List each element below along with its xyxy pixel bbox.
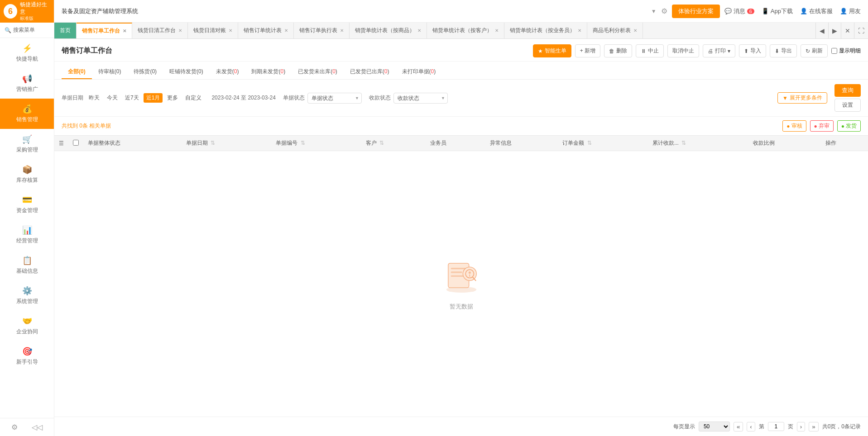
- tab-close-cargo-staff[interactable]: ✕: [578, 28, 581, 33]
- dropdown-arrow-icon[interactable]: ▼: [651, 8, 657, 14]
- col-number[interactable]: 单据编号 ⇅: [271, 136, 361, 151]
- col-collected[interactable]: 累计收款... ⇅: [648, 136, 748, 151]
- collapse-icon[interactable]: ◁◁: [32, 423, 43, 431]
- subtab-overdue-not-shipped[interactable]: 到期未发货(0): [245, 65, 292, 79]
- tab-close-cash-daily[interactable]: ✕: [178, 28, 182, 33]
- pause-btn[interactable]: ⏸ 中止: [636, 44, 664, 57]
- tab-home-label: 首页: [60, 27, 71, 34]
- filter-right-actions: ▼ 展开更多条件: [777, 92, 827, 104]
- tab-sales-order[interactable]: 销售订单工作台 ✕: [77, 23, 132, 39]
- prev-page-btn[interactable]: ‹: [747, 422, 755, 431]
- tab-home[interactable]: 首页: [54, 23, 77, 39]
- tab-cargo-staff[interactable]: 销货单统计表（按业务员） ✕: [504, 23, 587, 39]
- bulk-cancel-btn[interactable]: ● 弃审: [810, 120, 834, 132]
- tab-margin[interactable]: 商品毛利分析表 ✕: [587, 23, 643, 39]
- sort-customer-icon: ⇅: [379, 140, 384, 146]
- tab-sales-exec[interactable]: 销售订单执行表 ✕: [294, 23, 350, 39]
- sidebar-item-finance[interactable]: 💳 资金管理: [0, 190, 54, 220]
- new-btn[interactable]: + 新增: [575, 44, 600, 57]
- sidebar-item-purchase[interactable]: 🛒 采购管理: [0, 129, 54, 159]
- next-page-btn[interactable]: ›: [797, 422, 805, 431]
- delete-btn[interactable]: 🗑 删除: [604, 44, 632, 57]
- payment-select[interactable]: 收款状态: [393, 93, 448, 104]
- tab-next-btn[interactable]: ▶: [828, 23, 841, 39]
- subtab-wangpu[interactable]: 旺铺待发货(0): [163, 65, 210, 79]
- tab-close-sales-order[interactable]: ✕: [123, 28, 126, 33]
- date-opt-more[interactable]: 更多: [164, 93, 181, 103]
- subtab-not-printed[interactable]: 未打印单据(0): [396, 65, 442, 79]
- subtab-not-shipped[interactable]: 未发货(0): [210, 65, 245, 79]
- tab-close-all-btn[interactable]: ✕: [841, 23, 854, 39]
- set-btn[interactable]: 设置: [834, 99, 861, 112]
- date-filter-label: 单据日期: [62, 94, 83, 102]
- date-opt-custom[interactable]: 自定义: [182, 93, 204, 103]
- online-service-btn[interactable]: 👤 在线客服: [800, 7, 833, 15]
- tab-close-cash-check[interactable]: ✕: [229, 28, 232, 33]
- tab-expand-btn[interactable]: ⛶: [854, 23, 868, 39]
- tab-sales-stats[interactable]: 销售订单统计表 ✕: [238, 23, 294, 39]
- col-checkbox[interactable]: [68, 136, 83, 151]
- user-btn[interactable]: 👤 用友: [840, 7, 861, 15]
- show-detail-checkbox[interactable]: 显示明细: [831, 47, 861, 55]
- expand-icon: ▼: [782, 95, 788, 101]
- status-select[interactable]: 单据状态: [307, 93, 362, 104]
- print-btn[interactable]: 🖨 打印 ▾: [703, 44, 735, 57]
- last-page-btn[interactable]: »: [809, 422, 818, 431]
- date-opt-7days[interactable]: 近7天: [122, 93, 142, 103]
- sidebar-item-system[interactable]: ⚙️ 系统管理: [0, 280, 54, 311]
- subtab-all[interactable]: 全部(0): [62, 65, 92, 79]
- topbar-gear-icon[interactable]: ⚙: [661, 7, 667, 15]
- bulk-audit-btn[interactable]: ● 审核: [782, 120, 806, 132]
- expand-conditions-btn[interactable]: ▼ 展开更多条件: [777, 92, 827, 104]
- date-opt-1month[interactable]: 近1月: [144, 93, 163, 103]
- horizontal-scrollbar[interactable]: [54, 411, 868, 417]
- first-page-btn[interactable]: «: [734, 422, 743, 431]
- tab-close-cargo-customer[interactable]: ✕: [495, 28, 499, 33]
- per-page-select[interactable]: 50 10 20 100: [699, 422, 730, 431]
- cancel-pause-btn[interactable]: 取消中止: [667, 44, 699, 57]
- table-header-row: ☰ 单据整体状态 单据日期 ⇅ 单据编号: [54, 136, 868, 151]
- query-btn[interactable]: 查询: [834, 84, 861, 97]
- import-btn[interactable]: ⬆ 导入: [739, 44, 766, 57]
- select-all-checkbox[interactable]: [73, 140, 79, 146]
- tab-cargo-product[interactable]: 销货单统计表（按商品） ✕: [350, 23, 427, 39]
- industry-btn[interactable]: 体验行业方案: [672, 5, 720, 18]
- tab-close-margin[interactable]: ✕: [633, 28, 637, 33]
- show-detail-input[interactable]: [831, 48, 837, 54]
- tab-prev-btn[interactable]: ◀: [815, 23, 828, 39]
- refresh-btn[interactable]: ↻ 刷新: [801, 44, 828, 57]
- sidebar-item-quick-nav[interactable]: ⚡ 快捷导航: [0, 38, 54, 68]
- col-date[interactable]: 单据日期 ⇅: [182, 136, 272, 151]
- date-opt-today[interactable]: 今天: [104, 93, 120, 103]
- subtab-shipped-out[interactable]: 已发货已出库(0): [344, 65, 396, 79]
- sidebar-item-sales[interactable]: 💰 销售管理: [0, 99, 54, 129]
- status-filter-label: 单据状态: [283, 94, 305, 102]
- bulk-deliver-btn[interactable]: ● 发货: [837, 120, 861, 132]
- export-btn[interactable]: ⬇ 导出: [770, 44, 797, 57]
- tab-cash-check[interactable]: 钱货日清对账 ✕: [188, 23, 238, 39]
- date-opt-yesterday[interactable]: 昨天: [86, 93, 102, 103]
- subtab-shipped-not-out[interactable]: 已发货未出库(0): [292, 65, 344, 79]
- sidebar-item-marketing[interactable]: 📢 营销推广: [0, 68, 54, 99]
- sidebar-item-basic-info[interactable]: 📋 基础信息: [0, 250, 54, 280]
- tab-close-sales-stats[interactable]: ✕: [284, 28, 288, 33]
- tab-close-sales-exec[interactable]: ✕: [340, 28, 344, 33]
- app-download-btn[interactable]: 📱 App下载: [762, 7, 793, 15]
- sidebar-item-cooperation[interactable]: 🤝 企业协同: [0, 311, 54, 341]
- tab-close-cargo-product[interactable]: ✕: [417, 28, 421, 33]
- message-btn[interactable]: 💬 消息 6: [724, 7, 754, 15]
- settings-icon[interactable]: ⚙: [11, 423, 18, 431]
- subtab-pending-inspect[interactable]: 待拣货(0): [127, 65, 163, 79]
- smart-create-btn[interactable]: ★ 智能生单: [533, 44, 571, 57]
- tab-cargo-customer[interactable]: 销货单统计表（按客户） ✕: [427, 23, 504, 39]
- subtab-pending-review[interactable]: 待审核(0): [92, 65, 128, 79]
- sidebar-item-inventory[interactable]: 📦 库存核算: [0, 159, 54, 190]
- tab-cash-daily[interactable]: 钱货日清工作台 ✕: [132, 23, 188, 39]
- sidebar-item-search[interactable]: 🔍 搜索菜单: [0, 23, 54, 38]
- col-amount[interactable]: 订单金额 ⇅: [558, 136, 648, 151]
- page-number-input[interactable]: [768, 422, 784, 431]
- trash-icon: 🗑: [609, 48, 614, 54]
- sidebar-item-operation[interactable]: 📊 经营管理: [0, 220, 54, 250]
- col-customer[interactable]: 客户 ⇅: [361, 136, 426, 151]
- sidebar-item-guide[interactable]: 🎯 新手引导: [0, 341, 54, 371]
